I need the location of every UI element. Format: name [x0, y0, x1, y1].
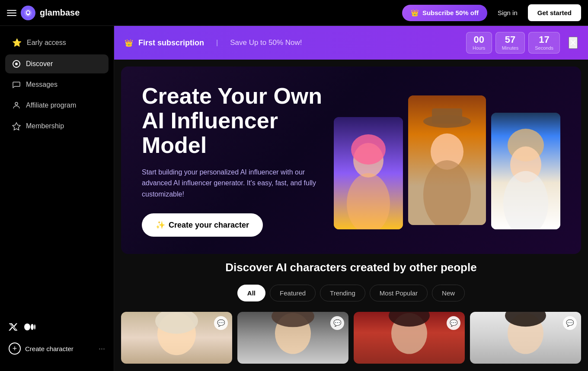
sign-in-button[interactable]: Sign in [492, 6, 523, 20]
character-cards-grid: 💬 💬 [121, 312, 581, 364]
logo-icon [21, 6, 35, 20]
timer-minutes: 57 Minutes [495, 32, 525, 54]
svg-point-6 [24, 323, 30, 330]
banner-subtitle: Save Up to 50% Now! [230, 38, 302, 47]
banner-close-button[interactable]: ✕ [569, 37, 578, 49]
main-content: 👑 First subscription | Save Up to 50% No… [114, 26, 588, 371]
sidebar-item-messages[interactable]: Messages [5, 75, 109, 94]
filter-tab-trending[interactable]: Trending [320, 285, 365, 301]
svg-marker-5 [13, 123, 20, 130]
svg-point-1 [27, 11, 29, 14]
banner-left: 👑 First subscription | Save Up to 50% No… [125, 38, 302, 48]
create-character-button[interactable]: ✨ Create your character [142, 213, 263, 237]
hero-image-left [334, 117, 403, 229]
hero-image-right [491, 113, 560, 229]
affiliate-icon [12, 101, 21, 110]
filter-tabs: All Featured Trending Most Popular New [121, 285, 581, 301]
sidebar-item-membership[interactable]: Membership [5, 117, 109, 136]
discover-section: Discover AI characters created by other … [114, 261, 588, 371]
filter-tab-featured[interactable]: Featured [270, 285, 316, 301]
discover-title: Discover AI characters created by other … [121, 261, 581, 274]
twitter-link[interactable] [9, 323, 17, 331]
create-character-plus-button[interactable]: + [9, 342, 21, 355]
ai-influencer-image-3 [491, 113, 560, 229]
filter-tab-all[interactable]: All [237, 285, 265, 301]
sidebar-item-discover[interactable]: Discover [5, 54, 109, 73]
hamburger-menu[interactable] [7, 10, 16, 16]
crown-icon: 👑 [411, 9, 419, 17]
sidebar-bottom: + Create character ··· [0, 317, 114, 364]
nav-left: glambase [7, 6, 80, 20]
timer-seconds: 17 Seconds [528, 32, 560, 54]
subscription-banner: 👑 First subscription | Save Up to 50% No… [114, 26, 588, 60]
character-card-2[interactable]: 💬 [237, 312, 348, 364]
hero-title: Create Your Own AI Influencer Model [142, 84, 334, 158]
star-icon: ⭐ [12, 38, 22, 48]
top-navigation: glambase 👑 Subscribe 50% off Sign in Get… [0, 0, 588, 26]
medium-link[interactable] [24, 323, 35, 330]
sparkle-icon: ✨ [156, 220, 165, 230]
hero-text: Create Your Own AI Influencer Model Star… [142, 84, 334, 237]
hero-description: Start building your personalized AI infl… [142, 167, 334, 200]
character-card-1[interactable]: 💬 [121, 312, 232, 364]
get-started-button[interactable]: Get started [528, 4, 581, 21]
create-character-row: + Create character ··· [7, 338, 107, 359]
svg-point-8 [34, 324, 35, 330]
subscribe-button[interactable]: 👑 Subscribe 50% off [402, 5, 487, 21]
hero-image-center [408, 95, 486, 225]
svg-point-4 [15, 102, 18, 105]
svg-point-12 [351, 134, 386, 165]
more-options-button[interactable]: ··· [99, 344, 105, 353]
discover-icon [12, 60, 21, 68]
svg-point-7 [31, 324, 34, 330]
membership-icon [12, 122, 21, 130]
ai-influencer-image-2 [408, 95, 486, 225]
svg-point-3 [15, 63, 18, 65]
hero-images [334, 91, 560, 229]
social-links [7, 323, 107, 331]
sidebar-item-early-access[interactable]: ⭐ Early access [5, 33, 109, 53]
timer-hours: 00 Hours [466, 32, 492, 54]
character-card-3[interactable]: 💬 [354, 312, 465, 364]
sidebar-item-affiliate[interactable]: Affiliate program [5, 96, 109, 115]
banner-title: First subscription [138, 38, 204, 48]
logo-text: glambase [40, 8, 80, 18]
filter-tab-most-popular[interactable]: Most Popular [370, 285, 428, 301]
sidebar: ⭐ Early access Discover Messa [0, 26, 114, 371]
nav-right: 👑 Subscribe 50% off Sign in Get started [402, 4, 581, 21]
ai-influencer-image-1 [334, 117, 403, 229]
sidebar-nav: ⭐ Early access Discover Messa [0, 33, 114, 136]
hero-section: Create Your Own AI Influencer Model Star… [121, 67, 581, 254]
messages-icon [12, 80, 21, 89]
main-layout: ⭐ Early access Discover Messa [0, 26, 588, 371]
character-card-4[interactable]: 💬 [470, 312, 581, 364]
create-character-label[interactable]: Create character [25, 345, 94, 352]
banner-crown-icon: 👑 [125, 39, 133, 47]
svg-rect-15 [432, 108, 462, 124]
filter-tab-new[interactable]: New [432, 285, 465, 301]
banner-right: 00 Hours 57 Minutes 17 Seconds ✕ [466, 32, 578, 54]
